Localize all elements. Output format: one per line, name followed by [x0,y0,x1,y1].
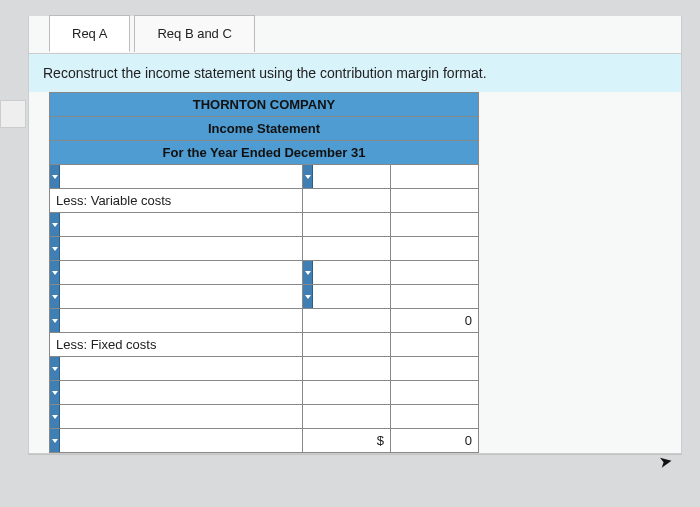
cell-input[interactable] [50,237,303,261]
cell-input[interactable] [303,261,391,285]
label-less-fixed: Less: Fixed costs [50,333,303,357]
cell-input[interactable] [50,309,303,333]
income-statement-table: THORNTON COMPANY Income Statement For th… [49,92,479,453]
cell-input[interactable] [391,213,479,237]
cell-input[interactable] [303,189,391,213]
cell-input[interactable] [303,405,391,429]
cell-input[interactable] [50,261,303,285]
cell-input[interactable] [50,381,303,405]
dropdown-icon[interactable] [50,357,60,380]
cell-input[interactable] [303,309,391,333]
header-company: THORNTON COMPANY [50,93,479,117]
cell-input[interactable] [391,165,479,189]
dropdown-icon[interactable] [50,165,60,188]
dropdown-icon[interactable] [50,429,60,452]
label-less-variable: Less: Variable costs [50,189,303,213]
cell-subtotal: 0 [391,309,479,333]
cell-input[interactable] [50,357,303,381]
dropdown-icon[interactable] [50,213,60,236]
instruction-text: Reconstruct the income statement using t… [29,53,681,92]
cell-input[interactable] [50,165,303,189]
tab-req-a[interactable]: Req A [49,15,130,52]
cell-input[interactable] [391,237,479,261]
header-period: For the Year Ended December 31 [50,141,479,165]
header-title: Income Statement [50,117,479,141]
cell-input[interactable] [303,237,391,261]
cell-total: 0 [391,429,479,453]
cell-input[interactable] [391,333,479,357]
dropdown-icon[interactable] [50,237,60,260]
worksheet-panel: Req A Req B and C Reconstruct the income… [28,16,682,454]
cell-input[interactable] [303,333,391,357]
dropdown-icon[interactable] [303,285,313,308]
cell-input[interactable] [50,285,303,309]
cell-input[interactable] [50,213,303,237]
cell-input[interactable] [303,285,391,309]
mouse-cursor-icon: ➤ [657,451,673,472]
cell-input[interactable] [391,357,479,381]
dropdown-icon[interactable] [50,285,60,308]
dropdown-icon[interactable] [303,165,313,188]
cell-input[interactable] [391,189,479,213]
tab-req-b-and-c[interactable]: Req B and C [134,15,254,52]
cell-input[interactable] [303,357,391,381]
side-stub [0,100,26,128]
dropdown-icon[interactable] [50,261,60,284]
cell-input[interactable] [50,405,303,429]
cell-input[interactable] [303,213,391,237]
cell-input[interactable] [303,381,391,405]
cell-input[interactable] [303,165,391,189]
cell-input[interactable] [391,381,479,405]
dropdown-icon[interactable] [50,381,60,404]
cell-dollar-sign: $ [303,429,391,453]
tab-bar: Req A Req B and C [29,15,681,52]
dropdown-icon[interactable] [50,405,60,428]
cell-input[interactable] [391,405,479,429]
cell-input[interactable] [391,285,479,309]
cell-input[interactable] [50,429,303,453]
dropdown-icon[interactable] [303,261,313,284]
dropdown-icon[interactable] [50,309,60,332]
cell-input[interactable] [391,261,479,285]
